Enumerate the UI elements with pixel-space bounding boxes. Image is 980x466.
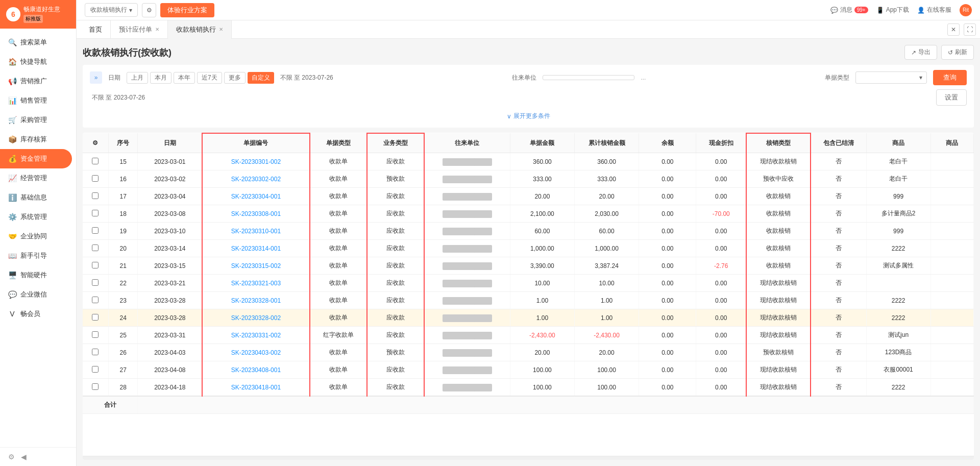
row-checkbox[interactable] xyxy=(92,383,99,390)
code-link[interactable]: SK-20230403-002 xyxy=(231,349,281,356)
gear-button[interactable]: ⚙ xyxy=(142,3,156,17)
code-link[interactable]: SK-20230328-002 xyxy=(231,314,281,322)
row-checkbox[interactable] xyxy=(92,210,99,216)
cell-no: 25 xyxy=(108,327,138,344)
sidebar-item-hardware[interactable]: 🖥️智能硬件 xyxy=(0,265,76,285)
col-header-gear[interactable]: ⚙ xyxy=(83,133,108,153)
code-link[interactable]: SK-20230314-001 xyxy=(231,245,281,252)
sidebar-item-marketing[interactable]: 📢营销推广 xyxy=(0,71,76,91)
cell-checkbox[interactable] xyxy=(83,223,108,240)
sidebar-label-inventory: 库存核算 xyxy=(20,135,47,144)
row-checkbox[interactable] xyxy=(92,314,99,321)
code-link[interactable]: SK-20230328-001 xyxy=(231,297,281,304)
row-checkbox[interactable] xyxy=(92,262,99,268)
row-checkbox[interactable] xyxy=(92,175,99,182)
code-link[interactable]: SK-20230304-001 xyxy=(231,193,281,200)
code-link[interactable]: SK-20230408-001 xyxy=(231,366,281,374)
cell-checkbox[interactable] xyxy=(83,309,108,327)
cell-checkbox[interactable] xyxy=(83,153,108,170)
date-this-year-button[interactable]: 本年 xyxy=(174,72,195,84)
app-download-button[interactable]: 📱 App下载 xyxy=(876,6,909,14)
cell-checkbox[interactable] xyxy=(83,361,108,379)
sidebar-item-wechat[interactable]: 💬企业微信 xyxy=(0,285,76,304)
tab-collection-close[interactable]: ✕ xyxy=(219,27,223,32)
settings-button[interactable]: 设置 xyxy=(936,89,967,106)
industry-button[interactable]: 体验行业方案 xyxy=(160,3,214,17)
cell-checkbox[interactable] xyxy=(83,292,108,309)
row-checkbox[interactable] xyxy=(92,279,99,286)
row-checkbox[interactable] xyxy=(92,158,99,164)
code-link[interactable]: SK-20230301-002 xyxy=(231,158,281,165)
row-checkbox[interactable] xyxy=(92,331,99,338)
settings-icon[interactable]: ⚙ xyxy=(8,453,15,461)
sidebar-item-quicknav[interactable]: 🏠快捷导航 xyxy=(0,52,76,71)
row-checkbox[interactable] xyxy=(92,192,99,199)
sidebar-item-basic[interactable]: ℹ️基础信息 xyxy=(0,188,76,207)
col-header-goods: 商品 xyxy=(866,133,930,153)
sidebar-item-guide[interactable]: 📖新手引导 xyxy=(0,246,76,265)
sidebar-item-operation[interactable]: 📈经营管理 xyxy=(0,168,76,188)
cell-checkbox[interactable] xyxy=(83,275,108,292)
messages-button[interactable]: 💬 消息 99+ xyxy=(830,6,868,14)
cell-doc-type: 收款单 xyxy=(310,257,367,275)
query-button[interactable]: 查询 xyxy=(933,70,967,85)
code-link[interactable]: SK-20230310-001 xyxy=(231,228,281,235)
row-checkbox[interactable] xyxy=(92,244,99,251)
tab-collection[interactable]: 收款核销执行 ✕ xyxy=(168,20,232,39)
tab-close-all-button[interactable]: ✕ xyxy=(947,23,960,36)
tab-prepay[interactable]: 预计应付单 ✕ xyxy=(111,20,168,39)
sidebar-icon-wechat: 💬 xyxy=(8,290,16,299)
sidebar-item-enterprise[interactable]: 🤝企业协同 xyxy=(0,227,76,246)
doc-type-select[interactable]: ▾ xyxy=(855,71,927,84)
sidebar-label-search: 搜索菜单 xyxy=(20,38,47,47)
sidebar-item-search[interactable]: 🔍搜索菜单 xyxy=(0,33,76,52)
cell-checkbox[interactable] xyxy=(83,205,108,223)
cell-checkbox[interactable] xyxy=(83,257,108,275)
row-checkbox[interactable] xyxy=(92,366,99,373)
export-button[interactable]: ↗ 导出 xyxy=(904,45,937,60)
cell-checkbox[interactable] xyxy=(83,344,108,361)
sidebar-item-member[interactable]: V畅会员 xyxy=(0,304,76,324)
sidebar-item-system[interactable]: ⚙️系统管理 xyxy=(0,207,76,227)
partner-input[interactable] xyxy=(543,75,634,80)
code-link[interactable]: SK-20230315-002 xyxy=(231,262,281,269)
sidebar-item-purchase[interactable]: 🛒采购管理 xyxy=(0,110,76,130)
collapse-icon[interactable]: ◀ xyxy=(21,453,27,461)
user-avatar[interactable]: Rit xyxy=(960,4,972,16)
cell-checkbox[interactable] xyxy=(83,170,108,188)
code-link[interactable]: SK-20230331-002 xyxy=(231,332,281,339)
tab-expand-button[interactable]: ⛶ xyxy=(964,23,976,36)
cell-checkbox[interactable] xyxy=(83,188,108,205)
cell-partner: ████████ xyxy=(424,170,510,188)
cell-no: 17 xyxy=(108,188,138,205)
online-service-button[interactable]: 👤 在线客服 xyxy=(917,6,951,14)
code-link[interactable]: SK-20230302-002 xyxy=(231,176,281,183)
expand-more-button[interactable]: ∨ 展开更多条件 xyxy=(90,110,967,122)
date-custom-button[interactable]: 自定义 xyxy=(248,72,274,84)
code-link[interactable]: SK-20230418-001 xyxy=(231,384,281,391)
tab-prepay-close[interactable]: ✕ xyxy=(155,27,159,32)
breadcrumb-selector[interactable]: 收款核销执行 ▾ xyxy=(85,3,138,17)
tab-home[interactable]: 首页 xyxy=(81,20,111,39)
date-last-month-button[interactable]: 上月 xyxy=(127,72,148,84)
cell-checkbox[interactable] xyxy=(83,379,108,397)
date-this-month-button[interactable]: 本月 xyxy=(150,72,172,84)
sidebar-item-inventory[interactable]: 📦库存核算 xyxy=(0,130,76,149)
cell-checkbox[interactable] xyxy=(83,240,108,257)
row-checkbox[interactable] xyxy=(92,227,99,234)
code-link[interactable]: SK-20230308-001 xyxy=(231,210,281,217)
filter-expand-button[interactable]: » xyxy=(90,71,102,84)
row-checkbox[interactable] xyxy=(92,349,99,355)
code-link[interactable]: SK-20230321-003 xyxy=(231,280,281,287)
cell-goods2 xyxy=(930,170,973,188)
refresh-button[interactable]: ↺ 刷新 xyxy=(941,45,974,60)
date-more-button[interactable]: 更多 xyxy=(224,72,246,84)
sidebar-item-finance[interactable]: 💰资金管理 xyxy=(0,149,72,168)
sidebar-item-sales[interactable]: 📊销售管理 xyxy=(0,91,76,110)
table-container[interactable]: ⚙ 序号 日期 单据编号 单据类型 业务类型 往来单位 单据金额 累计核销金额 … xyxy=(83,133,974,456)
date-7days-button[interactable]: 近7天 xyxy=(197,72,222,84)
horizontal-scrollbar[interactable] xyxy=(83,456,974,460)
table-row: 24 2023-03-28 SK-20230328-002 收款单 应收款 ██… xyxy=(83,309,974,327)
row-checkbox[interactable] xyxy=(92,297,99,303)
cell-checkbox[interactable] xyxy=(83,327,108,344)
